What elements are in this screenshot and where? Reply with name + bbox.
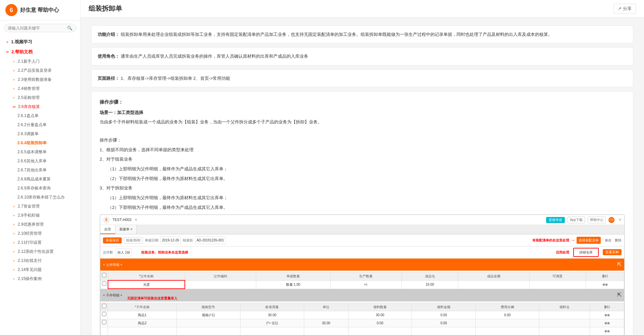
sw-lower-row-1: 商品1 规格(=1) 30.00 30.00 0.00 0.00 ⊕⊗ xyxy=(101,311,624,319)
sw-batch-btn[interactable]: 批量采购 xyxy=(603,249,622,255)
sidebar-item-docs-261[interactable]: 2.6.1盘点单 xyxy=(15,111,80,120)
sw-upper-col-qty: 单据数量 xyxy=(256,272,330,281)
sidebar: 6 好生意 帮助中心 🔍 ＋ 1.视频学习 − 2.帮助文档 ＋ 2.1新手入门… xyxy=(0,0,80,335)
step2-2: （2）下部明细为子件明细，最终作为原材料生成其它出库单。 xyxy=(108,175,625,183)
sw-input-red-box[interactable]: 供销仓库 xyxy=(573,248,599,257)
plus-icon-210: ＋ xyxy=(12,231,16,236)
sidebar-item-docs-2610[interactable]: 2.6.10库存账本错了怎么办 xyxy=(15,193,80,202)
sw-lower-check-all[interactable] xyxy=(102,304,106,308)
sidebar-item-docs-27[interactable]: ＋ 2.7资金管理 xyxy=(9,202,80,211)
sidebar-item-docs-212[interactable]: ＋ 2.12系统个性化设置 xyxy=(9,247,80,256)
sidebar-item-docs-268[interactable]: 2.6.8商品成本重算 xyxy=(15,175,80,184)
sw-subform-row: 总件数 份人 1份 组装业务、拆卸业务在这里选择 启用处理 供销仓库 批量采购 xyxy=(100,246,624,259)
sw-logo: 6 xyxy=(103,217,110,223)
sw-lower-col-wh: 领料仓 xyxy=(539,303,590,311)
step2: 2、对于组装业务 xyxy=(100,155,625,164)
sw-close-icon[interactable]: ✕ xyxy=(619,216,622,223)
search-bar[interactable]: 🔍 xyxy=(4,24,76,32)
sw-save-btn[interactable]: 单据保存 xyxy=(103,237,122,243)
sw-upper-col-amt: 成品金额 xyxy=(458,272,529,281)
sw-lower-col-spec: 规格型号 xyxy=(177,303,240,311)
sidebar-item-docs-215[interactable]: ＋ 2.15操作案例 xyxy=(9,274,80,283)
intro-label: 功能介绍： xyxy=(98,32,119,37)
sw-btn-edit[interactable]: 修改 xyxy=(605,237,611,243)
minus-icon: − xyxy=(5,50,9,54)
sidebar-item-docs-265[interactable]: 2.6.5成本调整单 xyxy=(15,148,80,157)
sidebar-item-docs-269[interactable]: 2.6.9库存账本查询 xyxy=(15,184,80,193)
sidebar-item-docs-24[interactable]: ＋ 2.4销售管理 xyxy=(9,84,80,93)
topbar: 组装拆卸单 ↗ 分享 xyxy=(80,0,644,17)
sw-btn-del[interactable]: 删除 xyxy=(615,237,622,243)
page-title: 组装拆卸单 xyxy=(89,4,122,13)
sw-count-value: 份人 1份 xyxy=(116,248,132,256)
sidebar-item-docs-263[interactable]: 2.6.3调拨单 xyxy=(15,129,80,138)
sidebar-item-docs-213[interactable]: ＋ 2.13在线支付 xyxy=(9,256,80,265)
plus-icon-23: ＋ xyxy=(12,77,16,82)
sidebar-item-video[interactable]: ＋ 1.视频学习 xyxy=(0,37,80,47)
sidebar-item-docs-22[interactable]: ＋ 2.2产品安装及登录 xyxy=(9,66,80,75)
sw-lower-col-extra: 删U xyxy=(590,303,624,311)
sw-id-value: AD-20191226-001 xyxy=(195,236,226,244)
sw-id-label: 组装拆 xyxy=(183,237,193,243)
sw-annotation1: 有装配清单的在这里处理 xyxy=(532,237,569,243)
search-input[interactable] xyxy=(8,26,67,31)
sw-lower-col-name: *子件名称 xyxy=(108,303,177,311)
sw-upper-cell-avail xyxy=(529,280,586,289)
sw-expand-icon[interactable]: ⇱ xyxy=(617,260,622,270)
sw-lower-row1-check[interactable] xyxy=(102,312,106,316)
sw-lower-table-header: *子件名称 规格型号 标准用量 单位 领料数量 领料金额 费用分摊 领料仓 删U xyxy=(101,303,624,311)
sw-tab-new[interactable]: 新建单 × xyxy=(115,225,137,234)
sidebar-item-docs-210[interactable]: ＋ 2.10经营管理 xyxy=(9,229,80,238)
sw-upper-row1-check[interactable] xyxy=(102,281,106,286)
sidebar-item-docs-23[interactable]: ＋ 2.3使用前数据准备 xyxy=(9,75,80,84)
step3-1: （1）上部明细为父件明细，最终作为原材料生成其它出库单； xyxy=(108,194,625,202)
logo-icon: 6 xyxy=(5,4,17,16)
sw-choose-list-btn[interactable]: 选择装配清单 xyxy=(577,237,601,244)
sw-lower-table-wrapper: *子件名称 规格型号 标准用量 单位 领料数量 领料金额 费用分摊 领料仓 删U xyxy=(100,301,624,335)
sw-upper-cell-qty[interactable]: 数量:1.00 xyxy=(256,280,330,289)
sw-upper-check-all[interactable] xyxy=(102,273,106,277)
search-icon[interactable]: 🔍 xyxy=(67,25,72,31)
sw-type-btn[interactable]: 组装/拆卸 xyxy=(124,237,143,244)
sw-new-btn[interactable]: 新建单据 xyxy=(546,217,565,223)
sw-upper-cell-name[interactable]: 光柔 xyxy=(108,280,185,289)
role-label: 使用角色： xyxy=(98,54,119,59)
screenshot-container: 6 TEST-H002 ▼ 新建单据 App下载 帮助中心 CC ✕ 自页 新建… xyxy=(100,214,625,335)
sidebar-item-docs-21[interactable]: ＋ 2.1新手入门 xyxy=(9,57,80,66)
sidebar-item-docs-214[interactable]: ＋ 2.14常见问题 xyxy=(9,265,80,274)
sw-tab-main[interactable]: 自页 xyxy=(100,225,115,234)
sidebar-item-docs-264[interactable]: 2.6.4组装拆卸单 xyxy=(15,138,80,148)
sidebar-item-docs-25[interactable]: ＋ 2.5采购管理 xyxy=(9,93,80,102)
sw-arrow1: → xyxy=(571,236,575,245)
sw-lower-col-fee: 费用分摊 xyxy=(476,303,539,311)
sw-upper-col-code: 父件编码 xyxy=(185,272,256,281)
sidebar-item-docs-266[interactable]: 2.6.6其他入库单 xyxy=(15,157,80,166)
sidebar-item-docs-211[interactable]: ＋ 2.11打印设置 xyxy=(9,238,80,247)
sw-section-gray: + 子件明细 + ⇱ 无固定清单可组装在这里置量录入 xyxy=(100,289,624,301)
sidebar-item-docs-262[interactable]: 2.6.2分量盘点单 xyxy=(15,120,80,129)
sw-upper-col-ops: 删U xyxy=(586,272,624,281)
plus-icon-24: ＋ xyxy=(12,86,16,91)
sidebar-item-docs[interactable]: − 2.帮助文档 xyxy=(0,47,80,57)
sw-expand-icon2[interactable]: ⇱ xyxy=(617,290,622,300)
sw-upper-cell-prod: +/- xyxy=(330,280,401,289)
sw-lower-col-std: 标准用量 xyxy=(240,303,304,311)
sidebar-item-docs-267[interactable]: 2.6.7其他出库单 xyxy=(15,166,80,175)
sw-apps-btn[interactable]: App下载 xyxy=(568,217,585,223)
sw-tab-spacer xyxy=(137,225,624,234)
ops-steps-title: 操作步骤： xyxy=(100,136,625,145)
plus-icon-29: ＋ xyxy=(12,222,16,227)
sw-lower-row2-check[interactable] xyxy=(102,320,106,324)
minus-icon-26: − xyxy=(12,105,16,109)
sw-lower-col-unit: 单位 xyxy=(304,303,348,311)
sw-upper-table-wrapper: *父件名称 父件编码 单据数量 生产数量 成品仓 成品金额 可调度 删U xyxy=(100,271,624,289)
share-button[interactable]: ↗ 分享 xyxy=(613,4,636,14)
sw-upper-row-1: 光柔 数量:1.00 +/- 15:00 ⊕⊗ xyxy=(101,280,624,289)
sidebar-item-docs-29[interactable]: ＋ 2.9优惠券管理 xyxy=(9,220,80,229)
sw-lower-cell1-wh xyxy=(539,311,590,319)
sidebar-item-docs-26[interactable]: − 2.6库存核算 xyxy=(9,102,80,111)
sidebar-item-docs-28[interactable]: ＋ 2.8手机旺铺 xyxy=(9,211,80,220)
sw-user-avatar: CC xyxy=(608,217,614,223)
sw-lower-cell2-pick: 0.00 xyxy=(348,319,412,327)
sw-help-btn[interactable]: 帮助中心 xyxy=(588,217,606,223)
